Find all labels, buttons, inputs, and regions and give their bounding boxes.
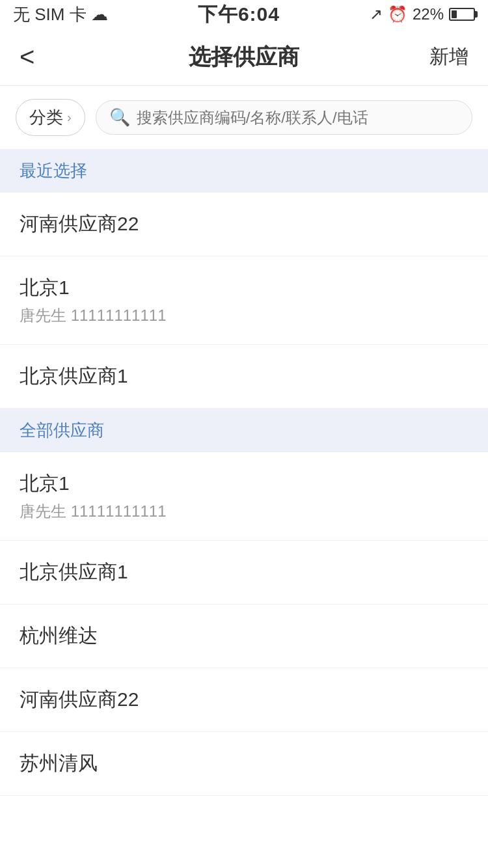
recent-section-label: 最近选择	[20, 161, 87, 180]
item-sub: 唐先生 11111111111	[20, 501, 468, 522]
category-button[interactable]: 分类 ›	[16, 99, 85, 136]
search-icon: 🔍	[109, 107, 130, 128]
status-right: ↗ ⏰ 22%	[370, 5, 475, 23]
list-item[interactable]: 苏州清风	[0, 732, 488, 796]
list-item[interactable]: 北京供应商1	[0, 541, 488, 604]
item-name: 北京1	[20, 470, 468, 497]
all-list: 北京1唐先生 11111111111北京供应商1杭州维达河南供应商22苏州清风	[0, 452, 488, 796]
item-name: 北京供应商1	[20, 559, 468, 586]
page-title: 选择供应商	[189, 42, 299, 72]
list-item[interactable]: 河南供应商22	[0, 668, 488, 732]
list-item[interactable]: 杭州维达	[0, 604, 488, 668]
list-item[interactable]: 北京1唐先生 11111111111	[0, 256, 488, 345]
category-label: 分类	[29, 106, 63, 129]
item-sub: 唐先生 11111111111	[20, 305, 468, 326]
status-left: 无 SIM 卡 ☁	[13, 3, 108, 26]
search-input[interactable]	[137, 109, 459, 127]
recent-section-header: 最近选择	[0, 149, 488, 193]
all-section-header: 全部供应商	[0, 409, 488, 452]
item-name: 苏州清风	[20, 750, 468, 777]
nav-bar: < 选择供应商 新增	[0, 29, 488, 86]
item-name: 河南供应商22	[20, 211, 468, 237]
alarm-icon: ⏰	[388, 5, 407, 23]
list-item[interactable]: 北京供应商1	[0, 345, 488, 409]
filter-bar: 分类 › 🔍	[0, 86, 488, 149]
sim-label: 无 SIM 卡 ☁	[13, 3, 108, 26]
list-item[interactable]: 北京1唐先生 11111111111	[0, 452, 488, 541]
item-name: 北京1	[20, 275, 468, 301]
add-button[interactable]: 新增	[429, 44, 468, 70]
battery-icon	[449, 8, 475, 21]
item-name: 河南供应商22	[20, 686, 468, 713]
status-bar: 无 SIM 卡 ☁ 下午6:04 ↗ ⏰ 22%	[0, 0, 488, 29]
all-section-label: 全部供应商	[20, 420, 104, 440]
search-box: 🔍	[96, 100, 472, 135]
list-item[interactable]: 河南供应商22	[0, 193, 488, 256]
battery-percent: 22%	[413, 5, 444, 23]
back-button[interactable]: <	[20, 42, 59, 72]
recent-list: 河南供应商22北京1唐先生 11111111111北京供应商1	[0, 193, 488, 409]
location-icon: ↗	[370, 5, 383, 23]
status-time: 下午6:04	[198, 1, 280, 28]
chevron-right-icon: ›	[67, 110, 72, 125]
item-name: 杭州维达	[20, 623, 468, 649]
item-name: 北京供应商1	[20, 363, 468, 390]
